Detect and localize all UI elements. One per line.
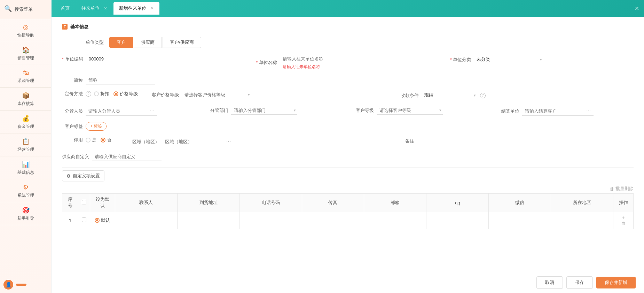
add-row-icon[interactable]: +	[621, 215, 626, 220]
unit-name-input[interactable]	[280, 55, 356, 63]
sidebar-item-basic-info-label: 基础信息	[17, 170, 34, 176]
customer-level-dropdown-icon[interactable]: ▾	[439, 108, 441, 113]
supervisor-more-icon[interactable]: ···	[148, 108, 156, 114]
default-radio[interactable]: 默认	[94, 217, 111, 223]
short-name-input[interactable]	[86, 76, 155, 84]
address-input[interactable]	[181, 218, 236, 223]
tab-partners[interactable]: 往来单位 ✕	[76, 2, 113, 15]
customer-price-level-select[interactable]: ▾	[182, 91, 251, 99]
supplier-custom-input[interactable]	[92, 153, 162, 161]
remarks-input[interactable]	[417, 137, 521, 145]
tab-bar: 首页 往来单位 ✕ 新增往来单位 ✕ ✕	[52, 0, 644, 17]
cell-qq[interactable]	[426, 212, 489, 229]
sidebar-item-purchase[interactable]: 🛍 采购管理	[0, 65, 51, 88]
row-checkbox[interactable]	[82, 218, 86, 222]
col-phone: 电话号码	[239, 194, 302, 212]
tab-new-partner[interactable]: 新增往来单位 ✕	[113, 2, 159, 15]
cell-email[interactable]	[364, 212, 426, 229]
field-unit-name: 单位名称 请输入往来单位名称	[256, 55, 439, 70]
payment-terms-dropdown-icon[interactable]: ▾	[474, 93, 476, 98]
sidebar-item-search[interactable]: 🔍 搜索菜单	[0, 0, 51, 19]
delete-row-icon[interactable]: 🗑	[620, 220, 627, 226]
customer-level-label: 客户等级	[353, 107, 374, 114]
unit-code-input[interactable]	[86, 55, 156, 63]
payment-terms-select[interactable]: 现结 ▾	[422, 91, 477, 100]
department-select[interactable]: ▾	[231, 106, 297, 115]
basic-info-icon: 📊	[22, 161, 30, 168]
tab-partners-close[interactable]: ✕	[104, 6, 107, 11]
sidebar-item-system[interactable]: ⚙ 系统管理	[0, 179, 51, 202]
phone-input[interactable]	[243, 218, 298, 223]
customer-level-input[interactable]	[379, 108, 438, 113]
sidebar-item-basic-info[interactable]: 📊 基础信息	[0, 156, 51, 179]
settlement-unit-input[interactable]	[525, 108, 583, 114]
save-and-new-button[interactable]: 保存并新增	[596, 277, 636, 288]
pricing-help-icon[interactable]: ?	[86, 91, 91, 97]
cancel-button[interactable]: 取消	[536, 276, 563, 289]
settlement-unit-input-group: ···	[522, 106, 594, 116]
cell-contact[interactable]	[115, 212, 177, 229]
qq-input[interactable]	[430, 218, 485, 223]
sidebar-item-operations[interactable]: 📋 经营管理	[0, 133, 51, 156]
purchase-icon: 🛍	[23, 69, 29, 76]
sidebar-item-inventory[interactable]: 📦 库存核算	[0, 88, 51, 111]
section-icon: F	[62, 24, 68, 30]
sidebar-item-quick-nav[interactable]: ◎ 快捷导航	[0, 19, 51, 42]
save-button[interactable]: 保存	[566, 276, 593, 289]
radio-yes[interactable]: 是	[86, 137, 96, 143]
cell-fax[interactable]	[302, 212, 364, 229]
email-input[interactable]	[368, 218, 423, 223]
radio-no-label: 否	[107, 137, 111, 143]
form-row-pricing: 定价方法 ? 折扣 价格等级 客户价格等级	[62, 91, 634, 100]
customer-level-select[interactable]: ▾	[377, 106, 443, 115]
field-pricing-method: 定价方法 ? 折扣 价格等级	[62, 91, 138, 97]
unit-category-dropdown-icon[interactable]: ▾	[540, 57, 542, 62]
department-input[interactable]	[234, 108, 292, 113]
region-more-icon[interactable]: ···	[225, 138, 232, 145]
sidebar-item-sales[interactable]: 🏠 销售管理	[0, 42, 51, 65]
radio-no-circle	[101, 138, 105, 143]
department-dropdown-icon[interactable]: ▾	[294, 108, 296, 113]
tab-home[interactable]: 首页	[55, 2, 75, 15]
supervisor-input-group: ···	[86, 106, 157, 116]
btn-type-both[interactable]: 客户/供应商	[163, 37, 201, 48]
sidebar-item-newbie[interactable]: 🎯 新手引导	[0, 202, 51, 225]
customer-price-level-dropdown-icon[interactable]: ▾	[248, 92, 250, 97]
settlement-unit-more-icon[interactable]: ···	[585, 108, 592, 114]
region-input[interactable]	[165, 139, 223, 144]
col-default: 设为默认	[90, 194, 115, 212]
sidebar-expand[interactable]	[16, 284, 26, 286]
customer-price-level-input[interactable]	[184, 92, 246, 97]
btn-type-customer[interactable]: 客户	[109, 37, 133, 48]
unit-category-select[interactable]: 未分类 ▾	[474, 55, 543, 64]
contact-input[interactable]	[119, 218, 174, 223]
sidebar-item-finance[interactable]: 💰 资金管理	[0, 111, 51, 133]
cell-wechat[interactable]	[489, 212, 551, 229]
supervisor-input[interactable]	[88, 108, 147, 114]
window-close-icon[interactable]: ✕	[633, 4, 641, 13]
cell-address[interactable]	[177, 212, 239, 229]
disabled-label: 停用	[62, 137, 83, 143]
sidebar-item-newbie-label: 新手引导	[17, 215, 34, 221]
fax-input[interactable]	[306, 218, 361, 223]
field-short-name: 简称	[62, 76, 634, 84]
custom-settings-button[interactable]: ⚙ 自定义项设置	[62, 170, 104, 181]
select-all-checkbox[interactable]	[82, 200, 86, 204]
add-tag-button[interactable]: + 标签	[86, 122, 107, 131]
main-content: 首页 往来单位 ✕ 新增往来单位 ✕ ✕ F 基本信息 单位类型 客户 供应商 …	[52, 0, 644, 293]
form-row-short-name: 简称	[62, 76, 634, 84]
btn-type-supplier[interactable]: 供应商	[134, 37, 162, 48]
user-avatar[interactable]: 👤	[3, 280, 13, 290]
batch-delete-label[interactable]: 批量删除	[615, 186, 634, 192]
cell-location[interactable]	[551, 212, 613, 229]
cell-phone[interactable]	[239, 212, 302, 229]
radio-discount[interactable]: 折扣	[94, 91, 109, 97]
cell-action: + 🗑	[613, 212, 634, 229]
unit-category-label: 单位分类	[450, 57, 471, 63]
tab-new-partner-close[interactable]: ✕	[150, 6, 154, 11]
radio-no[interactable]: 否	[101, 137, 111, 143]
radio-level[interactable]: 价格等级	[113, 91, 138, 97]
wechat-input[interactable]	[492, 218, 547, 223]
location-input[interactable]	[555, 218, 610, 223]
payment-terms-help-icon[interactable]: ?	[480, 93, 486, 98]
